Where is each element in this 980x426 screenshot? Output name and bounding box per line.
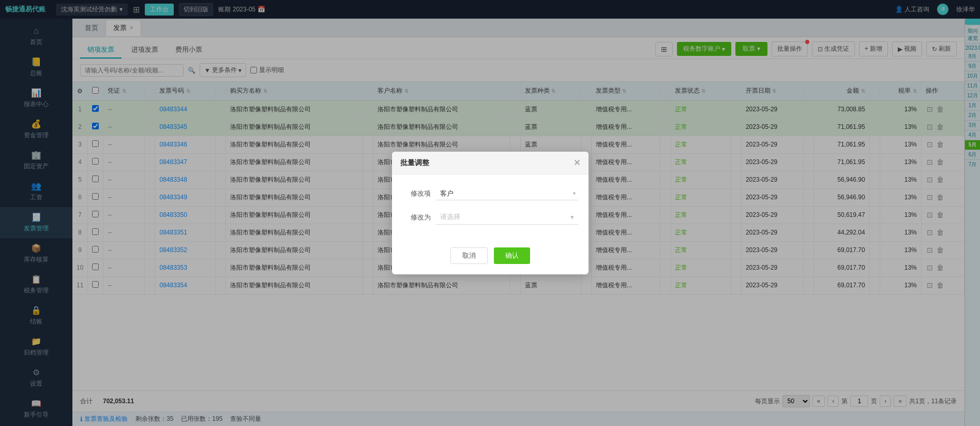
modal-body: 修改项 客户 购买方名称 发票状态 ▾ 修改为 请选择 ▾ bbox=[392, 174, 589, 242]
modal-header: 批量调整 ✕ bbox=[392, 152, 589, 174]
modify-field-select-wrapper[interactable]: 客户 购买方名称 发票状态 ▾ bbox=[436, 187, 578, 200]
confirm-button[interactable]: 确认 bbox=[494, 247, 530, 264]
modify-value-select[interactable]: 请选择 ▾ bbox=[436, 210, 578, 225]
modify-field-row: 修改项 客户 购买方名称 发票状态 ▾ bbox=[402, 187, 578, 200]
modify-value-label: 修改为 bbox=[402, 213, 431, 222]
value-placeholder-text: 请选择 bbox=[440, 212, 460, 222]
value-chevron-icon: ▾ bbox=[570, 213, 574, 221]
modify-value-row: 修改为 请选择 ▾ bbox=[402, 210, 578, 225]
batch-adjust-modal: 批量调整 ✕ 修改项 客户 购买方名称 发票状态 ▾ 修改为 请选择 bbox=[392, 152, 589, 274]
cancel-button[interactable]: 取消 bbox=[450, 247, 488, 264]
modal-footer: 取消 确认 bbox=[392, 242, 589, 274]
modal-title: 批量调整 bbox=[400, 158, 429, 168]
modify-field-select[interactable]: 客户 购买方名称 发票状态 bbox=[436, 187, 578, 200]
modify-field-label: 修改项 bbox=[402, 189, 431, 198]
modal-close-btn[interactable]: ✕ bbox=[574, 158, 580, 168]
modal-overlay[interactable]: 批量调整 ✕ 修改项 客户 购买方名称 发票状态 ▾ 修改为 请选择 bbox=[0, 0, 980, 426]
